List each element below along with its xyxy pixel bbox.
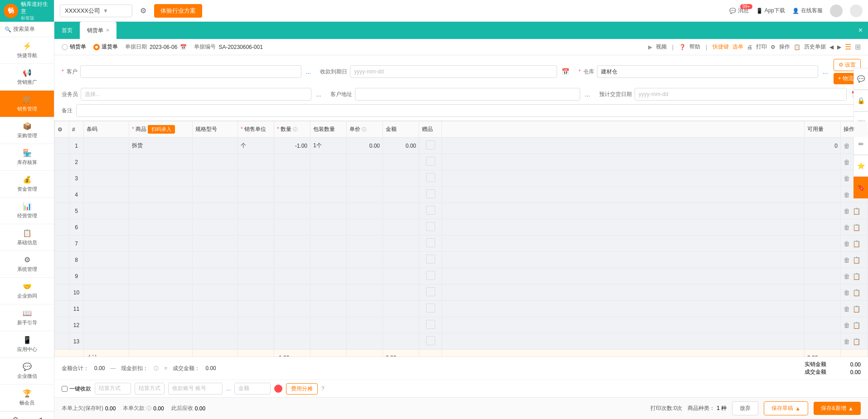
row-amount-12[interactable] [383,333,419,350]
sidebar-item-system[interactable]: ⚙系统管理 [0,251,54,278]
row-spec-4[interactable] [193,203,238,219]
salesperson-input[interactable]: 选择... [81,88,311,101]
row-spec-7[interactable] [193,252,238,268]
row-price-1[interactable] [347,154,383,170]
sidebar-item-apps[interactable]: 📱应用中心 [0,331,54,358]
list-view-icon[interactable]: ☰ [845,43,851,51]
tab-close-icon[interactable]: × [106,27,109,34]
row-price-7[interactable] [347,252,383,268]
delivery-date-input[interactable]: yyyy-mm-dd [635,88,847,101]
copy-icon-10[interactable]: 📋 [853,305,860,313]
sidebar-item-member[interactable]: 🏆畅会员 [0,385,54,411]
row-unit-1[interactable] [238,154,274,170]
row-product-1[interactable] [129,154,193,170]
avatar[interactable] [830,5,843,17]
row-amount-9[interactable] [383,284,419,301]
row-qty-12[interactable] [274,333,310,350]
row-product-5[interactable] [129,219,193,236]
row-qty-2[interactable] [274,170,310,187]
row-price-3[interactable] [347,187,383,203]
row-unit-12[interactable] [238,333,274,350]
row-pkg-qty-3[interactable] [310,187,347,203]
window-close-icon[interactable]: × [853,26,868,34]
customer-input[interactable] [80,65,301,78]
row-spec-3[interactable] [193,187,238,203]
customer-address-input[interactable] [355,88,580,101]
row-gift-7[interactable] [419,252,442,268]
sidebar-item-collab[interactable]: 🤝企业协同 [0,278,54,304]
online-support-button[interactable]: 👤 在线客服 [792,7,823,14]
sales-order-radio[interactable]: 销货单 [62,43,86,51]
row-unit-0[interactable]: 个 [238,138,274,154]
settings-icon[interactable]: ⚙ [12,415,19,419]
row-product-7[interactable] [129,252,193,268]
payment-method-select[interactable]: 结算方式 [95,383,131,395]
row-product-2[interactable] [129,170,193,187]
row-qty-6[interactable] [274,236,310,252]
row-pkg-qty-11[interactable] [310,317,347,333]
delete-icon-3[interactable]: 🗑 [844,191,850,198]
sidebar-item-basic[interactable]: 📋基础信息 [0,224,54,251]
row-amount-2[interactable] [383,170,419,187]
company-select[interactable]: XXXXXX公司 ▼ [60,5,132,17]
app-download-button[interactable]: 📱 App下载 [756,7,785,14]
row-pkg-qty-2[interactable] [310,170,347,187]
sidebar-item-marketing[interactable]: 📢营销推广 [0,64,54,91]
row-unit-8[interactable] [238,268,274,284]
gift-checkbox-9[interactable] [426,287,435,296]
copy-icon-12[interactable]: 📋 [853,338,860,345]
row-gift-12[interactable] [419,333,442,350]
gift-checkbox-7[interactable] [426,255,435,264]
sidebar-item-operation[interactable]: 📊经营管理 [0,197,54,224]
delete-icon-0[interactable]: 🗑 [844,142,850,149]
gift-checkbox-6[interactable] [426,238,435,247]
row-barcode-9[interactable] [84,284,129,301]
row-spec-11[interactable] [193,317,238,333]
scan-btn[interactable]: 扫码录入 [148,125,175,134]
row-product-12[interactable] [129,333,193,350]
gift-checkbox-8[interactable] [426,271,435,280]
row-barcode-0[interactable] [84,138,129,154]
copy-icon-5[interactable]: 📋 [853,224,860,231]
row-spec-5[interactable] [193,219,238,236]
delete-icon-10[interactable]: 🗑 [844,305,850,313]
calendar-icon[interactable]: 📅 [180,44,187,50]
row-unit-10[interactable] [238,301,274,317]
delete-icon-11[interactable]: 🗑 [844,322,850,329]
row-spec-0[interactable] [193,138,238,154]
sidebar-search[interactable]: 🔍 搜索菜单 [0,22,54,37]
col-settings[interactable]: ⚙ [55,121,69,138]
delete-icon-12[interactable]: 🗑 [844,338,850,345]
row-product-0[interactable]: 拆货 [129,138,193,154]
row-amount-6[interactable] [383,236,419,252]
sidebar-item-guide[interactable]: 📖新手引导 [0,304,54,331]
row-gift-10[interactable] [419,301,442,317]
row-unit-11[interactable] [238,317,274,333]
row-amount-8[interactable] [383,268,419,284]
row-unit-6[interactable] [238,236,274,252]
warehouse-dots[interactable]: ... [821,68,830,75]
row-barcode-7[interactable] [84,252,129,268]
row-gift-1[interactable] [419,154,442,170]
row-gift-0[interactable] [419,138,442,154]
gift-checkbox-0[interactable] [426,140,435,149]
row-qty-5[interactable] [274,219,310,236]
gift-checkbox-1[interactable] [426,157,435,166]
tab-home[interactable]: 首页 [54,22,80,39]
row-pkg-qty-9[interactable] [310,284,347,301]
copy-icon-8[interactable]: 📋 [853,273,860,280]
row-spec-12[interactable] [193,333,238,350]
delete-icon-2[interactable]: 🗑 [844,175,850,182]
row-barcode-10[interactable] [84,301,129,317]
row-pkg-qty-4[interactable] [310,203,347,219]
delete-icon-9[interactable]: 🗑 [844,289,850,296]
row-unit-7[interactable] [238,252,274,268]
row-pkg-qty-1[interactable] [310,154,347,170]
row-barcode-12[interactable] [84,333,129,350]
row-amount-0[interactable]: 0.00 [383,138,419,154]
select-btn[interactable]: 选单 [732,43,743,51]
row-pkg-qty-10[interactable] [310,301,347,317]
sidebar-item-purchase[interactable]: 📦采购管理 [0,117,54,144]
row-qty-0[interactable]: -1.00 [274,138,310,154]
row-product-10[interactable] [129,301,193,317]
